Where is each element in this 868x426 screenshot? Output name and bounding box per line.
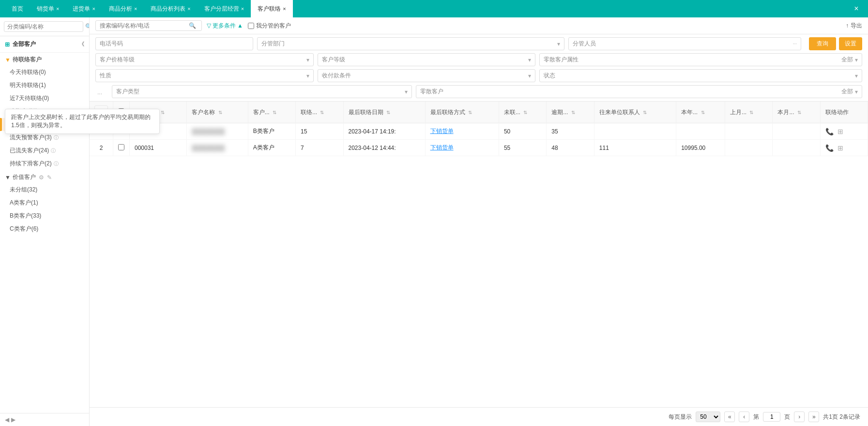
sidebar-group-pending: ▼ 待联络客户 <box>0 53 89 66</box>
nav-home[interactable]: 首页 <box>5 0 30 17</box>
nav-customer-contact[interactable]: 客户联络 × <box>251 0 292 17</box>
td-overdue-1: 35 <box>547 123 594 140</box>
sidebar-collapse-btn[interactable]: 《 <box>79 41 84 48</box>
nav-close-customer-segment[interactable]: × <box>241 6 244 12</box>
filter-row-4: ... 客户类型 ▾ 零散客户 全部 ▾ <box>95 85 862 98</box>
filter-manager: 分管人员 ··· <box>568 37 801 50</box>
query-button[interactable]: 查询 <box>809 37 836 50</box>
sort-type-icon[interactable]: ⇅ <box>273 110 276 115</box>
page-first-btn[interactable]: « <box>724 411 735 422</box>
export-button[interactable]: ↑ 导出 <box>846 22 862 30</box>
sort-unit-contact-icon[interactable]: ⇅ <box>643 110 647 115</box>
main-search-input[interactable] <box>100 22 187 29</box>
td-last-month-1 <box>725 123 773 140</box>
action-phone-icon-1[interactable]: 📞 <box>825 128 834 135</box>
sidebar-next-btn[interactable]: ▶ <box>11 416 15 423</box>
td-last-method-2[interactable]: 下销货单 <box>425 140 499 156</box>
td-last-method-1[interactable]: 下销货单 <box>425 123 499 140</box>
nav-product-list[interactable]: 商品分析列表 × <box>144 0 197 17</box>
sidebar-item-ungroup[interactable]: 未分组(32) <box>0 183 89 196</box>
sort-last-date-icon[interactable]: ⇅ <box>386 110 390 115</box>
sort-this-year-icon[interactable]: ⇅ <box>701 110 705 115</box>
sidebar-item-today[interactable]: 今天待联络(0) <box>0 66 89 79</box>
filter-row-1: 电话号码 分管部门 ▾ 分管人员 ··· 查询 设置 <box>95 37 862 50</box>
td-not-contact-1: 50 <box>499 123 546 140</box>
sidebar-item-churned[interactable]: 已流失客户(24) ⓘ <box>0 144 89 157</box>
page-prev-btn[interactable]: ‹ <box>739 411 749 422</box>
nav-purchase[interactable]: 进货单 × <box>66 0 102 17</box>
filter-customer-level[interactable]: 客户等级 ▾ <box>318 53 536 66</box>
phone-input[interactable] <box>127 41 249 47</box>
nav-close-product-analysis[interactable]: × <box>134 6 137 12</box>
col-header-this-year: 本年... ⇅ <box>676 102 725 123</box>
filter-row-2: 客户价格等级 ▾ 客户等级 ▾ 零散客户属性 全部 ▾ <box>95 53 862 66</box>
sidebar-prev-btn[interactable]: ◀ <box>5 416 9 423</box>
filter-payment[interactable]: 收付款条件 ▾ <box>318 69 536 82</box>
action-more-icon-1[interactable]: ⊞ <box>838 128 843 135</box>
nav-close-purchase[interactable]: × <box>92 6 95 12</box>
per-page-select[interactable]: 50 20 100 <box>696 411 720 422</box>
col-header-last-method: 最后联络方式 ⇅ <box>425 102 499 123</box>
sidebar-item-declining[interactable]: 持续下滑客户(2) ⓘ <box>0 157 89 170</box>
filter-department[interactable]: 分管部门 ▾ <box>257 37 564 50</box>
sidebar-search-input[interactable] <box>4 21 83 32</box>
sort-name-icon[interactable]: ⇅ <box>218 110 222 115</box>
filter-retail-attr[interactable]: 零散客户属性 全部 ▾ <box>539 53 862 66</box>
nav-customer-segment[interactable]: 客户分层经营 × <box>198 0 251 17</box>
filter-icon: ▽ <box>207 22 211 29</box>
sidebar-search-area: 🔍 <box>0 17 89 36</box>
sort-contact-icon[interactable]: ⇅ <box>320 110 324 115</box>
edit-icon[interactable]: ⚙ <box>39 174 44 181</box>
sort-this-month-icon[interactable]: ⇅ <box>797 110 801 115</box>
col-header-actions: 联络动作 <box>820 102 868 123</box>
action-phone-icon-2[interactable]: 📞 <box>825 144 834 152</box>
manager-input[interactable] <box>600 41 791 47</box>
filter-row-3: 性质 ▾ 收付款条件 ▾ 状态 ▾ <box>95 69 862 82</box>
sidebar-item-class-a[interactable]: A类客户(1) <box>0 196 89 209</box>
page-input[interactable] <box>763 412 780 422</box>
sidebar-search-icon[interactable]: 🔍 <box>85 22 90 31</box>
filter-gender[interactable]: 性质 ▾ <box>95 69 314 82</box>
edit-icon-2[interactable]: ✎ <box>47 174 52 181</box>
caret-status: ▾ <box>855 73 858 79</box>
row-action-icons-1: 📞 ⊞ <box>825 128 863 135</box>
customers-table: ⚙ 客户编码 ⇅ 客户名称 ⇅ <box>90 102 868 156</box>
filter-extra-btn[interactable]: ... <box>95 88 104 96</box>
sort-last-month-icon[interactable]: ⇅ <box>749 110 753 115</box>
td-unit-contact-2: 111 <box>594 140 676 156</box>
table-container[interactable]: ⚙ 客户编码 ⇅ 客户名称 ⇅ <box>90 102 868 407</box>
settings-button[interactable]: 设置 <box>839 37 862 50</box>
td-overdue-2: 48 <box>547 140 594 156</box>
sidebar-item-class-c[interactable]: C类客户(6) <box>0 222 89 235</box>
col-header-contact: 联络... ⇅ <box>296 102 343 123</box>
nav-sales[interactable]: 销货单 × <box>30 0 66 17</box>
more-conditions-btn[interactable]: ▽ 更多条件 ▲ <box>207 22 243 30</box>
nav-close-sales[interactable]: × <box>56 6 59 12</box>
sort-last-method-icon[interactable]: ⇅ <box>468 110 472 115</box>
page-label: 第 <box>753 413 759 421</box>
sidebar-item-7days[interactable]: 近7天待联络(0) <box>0 92 89 105</box>
filter-customer-type[interactable]: 客户类型 ▾ <box>112 85 412 98</box>
nav-product-analysis[interactable]: 商品分析 × <box>102 0 144 17</box>
page-last-btn[interactable]: » <box>808 411 819 422</box>
page-next-btn[interactable]: › <box>794 411 805 422</box>
nav-close-product-list[interactable]: × <box>187 6 190 12</box>
app-close-button[interactable]: × <box>850 2 863 15</box>
action-more-icon-2[interactable]: ⊞ <box>838 144 843 152</box>
filter-status[interactable]: 状态 ▾ <box>539 69 862 82</box>
total-label: 共1页 2条记录 <box>823 413 860 421</box>
td-this-year-1 <box>676 123 725 140</box>
my-customers-checkbox[interactable]: 我分管的客户 <box>248 22 291 30</box>
nav-close-customer-contact[interactable]: × <box>283 6 286 12</box>
sidebar-all-customers[interactable]: ⊞ 全部客户 《 <box>0 36 89 53</box>
row-checkbox-2[interactable] <box>118 144 124 150</box>
sidebar-item-tomorrow[interactable]: 明天待联络(1) <box>0 79 89 92</box>
sort-overdue-icon[interactable]: ⇅ <box>571 110 575 115</box>
main-search-icon[interactable]: 🔍 <box>189 22 196 29</box>
td-name-2: ████████ <box>187 140 248 156</box>
sidebar-item-class-b[interactable]: B类客户(33) <box>0 209 89 222</box>
filter-price-level[interactable]: 客户价格等级 ▾ <box>95 53 314 66</box>
sort-code-icon[interactable]: ⇅ <box>161 110 165 115</box>
filter-retail-customer[interactable]: 零散客户 全部 ▾ <box>416 85 862 98</box>
sort-not-contact-icon[interactable]: ⇅ <box>523 110 527 115</box>
